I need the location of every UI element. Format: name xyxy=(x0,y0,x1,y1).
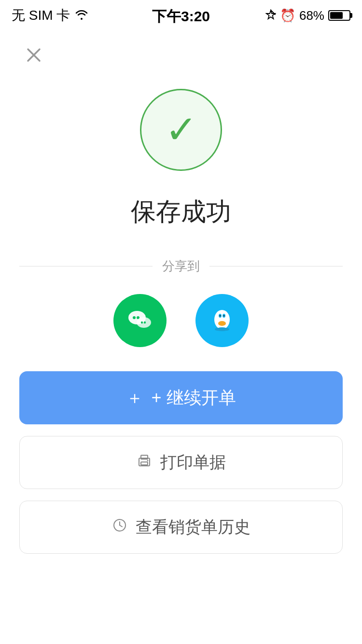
svg-point-3 xyxy=(133,316,136,319)
close-icon xyxy=(25,46,42,64)
share-divider: 分享到 xyxy=(19,258,343,275)
wifi-icon xyxy=(75,8,88,23)
divider-right xyxy=(209,266,343,266)
success-title: 保存成功 xyxy=(131,195,231,229)
status-carrier: 无 SIM 卡 xyxy=(12,6,88,25)
print-label: 打印单据 xyxy=(160,451,226,474)
svg-point-23 xyxy=(147,460,149,462)
history-label: 查看销货单历史 xyxy=(136,516,251,538)
svg-point-18 xyxy=(215,328,221,331)
status-time: 下午3:20 xyxy=(152,7,210,27)
svg-point-16 xyxy=(218,321,226,326)
qq-icon xyxy=(207,305,237,336)
action-buttons: ＋ + 继续开单 打印单据 查看销货单 xyxy=(19,371,343,554)
divider-left xyxy=(19,266,153,266)
svg-point-19 xyxy=(223,328,229,331)
history-icon xyxy=(111,517,128,537)
status-right: ⏰ 68% xyxy=(265,8,350,23)
svg-line-26 xyxy=(120,525,122,527)
battery-text: 68% xyxy=(299,8,324,23)
carrier-text: 无 SIM 卡 xyxy=(12,6,70,25)
qq-share-button[interactable] xyxy=(195,294,249,347)
svg-rect-22 xyxy=(141,462,148,465)
close-button[interactable] xyxy=(19,41,48,70)
wechat-share-button[interactable] xyxy=(113,294,167,347)
print-icon xyxy=(136,452,153,473)
status-bar: 无 SIM 卡 下午3:20 ⏰ 68% xyxy=(0,0,362,31)
svg-point-15 xyxy=(223,315,225,317)
wechat-icon xyxy=(125,305,155,336)
share-icons xyxy=(19,294,343,347)
checkmark-icon: ✓ xyxy=(165,111,197,149)
continue-icon: ＋ xyxy=(126,386,143,410)
share-label: 分享到 xyxy=(162,258,200,275)
svg-point-14 xyxy=(220,315,221,317)
main-content: ✓ 保存成功 分享到 xyxy=(0,31,362,563)
history-button[interactable]: 查看销货单历史 xyxy=(19,501,343,554)
alarm-icon: ⏰ xyxy=(280,8,295,23)
share-section: 分享到 xyxy=(19,258,343,347)
continue-label: + 继续开单 xyxy=(151,386,236,410)
svg-point-6 xyxy=(141,322,143,323)
battery-icon xyxy=(328,10,350,21)
print-button[interactable]: 打印单据 xyxy=(19,436,343,489)
continue-button[interactable]: ＋ + 继续开单 xyxy=(19,371,343,424)
success-circle: ✓ xyxy=(140,89,222,171)
svg-point-7 xyxy=(144,322,146,323)
location-icon xyxy=(265,8,276,23)
